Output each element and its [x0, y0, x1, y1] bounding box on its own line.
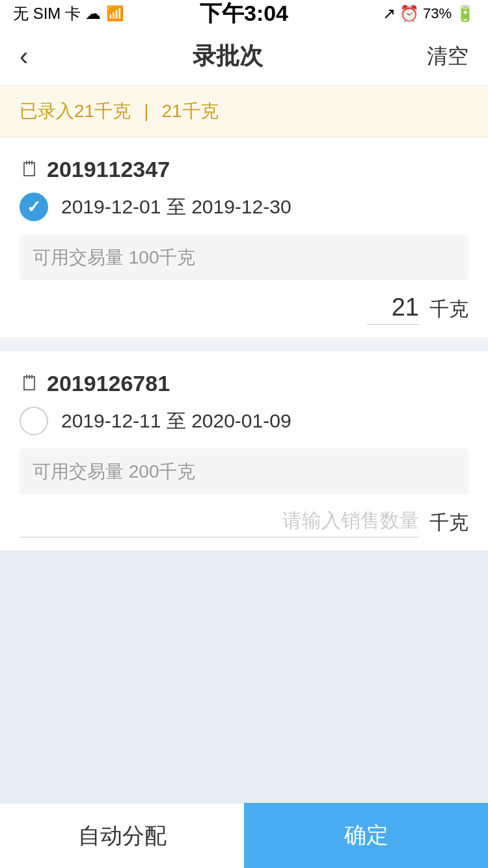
section-divider — [0, 338, 488, 351]
nav-bar: ‹ 录批次 清空 — [0, 27, 488, 86]
batch2-input-container[interactable]: 请输入销售数量 — [20, 508, 419, 537]
status-time: 下午3:04 — [200, 0, 288, 29]
batch1-header: 🗒 2019112347 — [20, 157, 468, 182]
auto-distribute-button[interactable]: 自动分配 — [0, 803, 244, 868]
batch1-icon: 🗒 — [20, 157, 40, 182]
batch2-date: 2019-12-11 至 2020-01-09 — [61, 408, 291, 435]
location-icon: ↗ — [383, 5, 396, 23]
status-bar: 无 SIM 卡 ☁ 📶 下午3:04 ↗ ⏰ 73% 🔋 — [0, 0, 488, 27]
batch1-quantity-unit: 千克 — [429, 296, 468, 323]
confirm-button[interactable]: 确定 — [244, 803, 488, 868]
batch1-quantity-value[interactable]: 21 — [367, 293, 419, 325]
batch2-card: 🗒 2019126781 2019-12-11 至 2020-01-09 可用交… — [0, 351, 488, 495]
batch1-quantity-row: 21 千克 — [0, 280, 488, 338]
batch2-radio[interactable] — [20, 407, 48, 435]
recorded-amount-label: 已录入21千克 — [20, 99, 131, 124]
batch2-avail-bar: 可用交易量 200千克 — [20, 448, 468, 495]
batch1-id: 2019112347 — [47, 157, 170, 182]
batch2-input-row: 请输入销售数量 千克 — [0, 495, 488, 551]
info-divider: | — [144, 101, 148, 122]
batch1-date: 2019-12-01 至 2019-12-30 — [61, 194, 291, 221]
batch1-radio[interactable] — [20, 193, 48, 221]
batch2-input-placeholder: 请输入销售数量 — [20, 508, 419, 534]
batch2-header: 🗒 2019126781 — [20, 371, 468, 396]
gray-area — [0, 551, 488, 837]
info-value: 21千克 — [161, 99, 218, 124]
batch2-avail-text: 可用交易量 200千克 — [33, 461, 196, 481]
bottom-bar: 自动分配 确定 — [0, 803, 488, 868]
batch1-card: 🗒 2019112347 2019-12-01 至 2019-12-30 可用交… — [0, 137, 488, 280]
clear-button[interactable]: 清空 — [427, 42, 468, 71]
status-right: ↗ ⏰ 73% 🔋 — [383, 5, 475, 23]
page-title: 录批次 — [193, 40, 263, 72]
batch1-avail-text: 可用交易量 100千克 — [33, 247, 196, 267]
batch2-date-row: 2019-12-11 至 2020-01-09 — [20, 407, 468, 435]
batch1-date-row: 2019-12-01 至 2019-12-30 — [20, 193, 468, 221]
status-left: 无 SIM 卡 ☁ 📶 — [13, 3, 124, 24]
batch2-id: 2019126781 — [47, 371, 170, 396]
no-sim-text: 无 SIM 卡 ☁ — [13, 3, 101, 24]
batch2-icon: 🗒 — [20, 372, 40, 396]
alarm-icon: ⏰ — [400, 5, 419, 23]
batch1-avail-bar: 可用交易量 100千克 — [20, 234, 468, 280]
wifi-icon: 📶 — [106, 5, 124, 22]
battery-icon: 🔋 — [455, 5, 475, 23]
info-bar: 已录入21千克 | 21千克 — [0, 86, 488, 137]
back-button[interactable]: ‹ — [20, 42, 28, 71]
batch2-input-unit: 千克 — [429, 509, 468, 536]
battery-text: 73% — [423, 5, 452, 22]
